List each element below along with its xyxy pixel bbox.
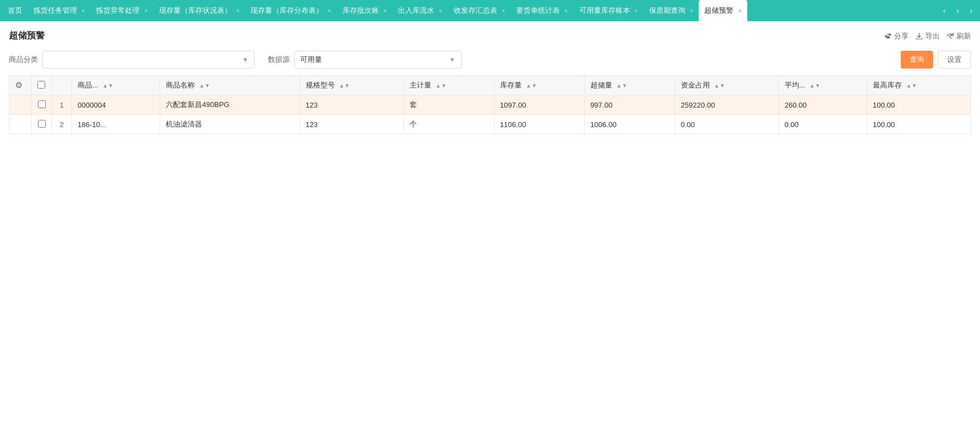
nav-tab-6[interactable]: 出入库流水× [392,0,448,21]
datasource-dropdown-arrow: ▼ [449,56,455,63]
datasource-select-value: 可用量 [300,55,322,65]
header-row: ⚙ 商品... ▲▼ 商品名称 ▲▼ 规格型号 ▲▼ [9,76,971,95]
nav-tab-label-1: 拣货任务管理 [33,6,77,16]
nav-tab-10[interactable]: 保质期查询× [643,0,699,21]
th-maxstock-sort[interactable]: ▲▼ [906,83,917,89]
row-stock-1: 1106.00 [494,115,584,134]
nav-menu-arrow[interactable]: › [964,0,978,21]
row-num-1: 2 [52,115,72,134]
table-row: 10000004六配套新昌490BPG123套1097.00997.002592… [9,95,971,115]
datasource-filter-item: 数据源 可用量 ▼ [268,51,462,69]
export-button[interactable]: 导出 [915,31,940,41]
th-overstock-label: 超储量 [590,81,612,89]
th-capital-sort[interactable]: ▲▼ [714,83,725,89]
share-button[interactable]: 分享 [884,31,909,41]
nav-tab-2[interactable]: 拣货异常处理× [90,0,153,21]
th-name-label: 商品名称 [166,81,195,89]
th-overstock: 超储量 ▲▼ [584,76,675,95]
th-code-sort[interactable]: ▲▼ [102,83,113,89]
category-label: 商品分类 [9,55,38,65]
datasource-select[interactable]: 可用量 ▼ [294,51,462,69]
table-body: 10000004六配套新昌490BPG123套1097.00997.002592… [9,95,971,134]
nav-tab-close-6[interactable]: × [439,7,442,14]
top-nav: 首页拣货任务管理×拣货异常处理×现存量（库存状况表）×现存量（库存分布表）×库存… [0,0,980,21]
row-maxstock-0: 100.00 [867,95,971,115]
th-stock-sort[interactable]: ▲▼ [526,83,537,89]
th-checkbox [32,76,52,95]
th-name-sort[interactable]: ▲▼ [199,83,210,89]
nav-tab-close-10[interactable]: × [690,7,693,14]
th-overstock-sort[interactable]: ▲▼ [616,83,627,89]
row-unit-1: 个 [403,115,494,134]
table-row: 2186-10...机油滤清器123个1106.001006.000.000.0… [9,115,971,134]
nav-tab-close-5[interactable]: × [383,7,387,14]
row-stock-0: 1097.00 [494,95,584,115]
nav-tab-close-9[interactable]: × [635,7,638,14]
th-avg-sort[interactable]: ▲▼ [809,83,820,89]
page-title: 超储预警 [9,30,45,42]
refresh-button[interactable]: 刷新 [947,31,971,41]
nav-tab-0[interactable]: 首页 [2,0,28,21]
row-overstock-1: 1006.00 [584,115,675,134]
th-capital-label: 资金占用 [681,81,710,89]
nav-tab-3[interactable]: 现存量（库存状况表）× [153,0,245,21]
th-spec: 规格型号 ▲▼ [300,76,403,95]
nav-tab-label-8: 要货单统计表 [516,6,560,16]
nav-tab-label-6: 出入库流水 [398,6,434,16]
nav-tab-label-11: 超储预警 [704,6,733,16]
row-checkbox-1[interactable] [38,120,46,128]
header-actions: 分享 导出 刷新 [884,31,971,41]
th-spec-sort[interactable]: ▲▼ [339,83,350,89]
th-num [52,76,72,95]
nav-tab-4[interactable]: 现存量（库存分布表）× [245,0,337,21]
nav-tab-5[interactable]: 库存批次账× [337,0,392,21]
row-checkbox-0[interactable] [38,100,46,108]
row-spec-1: 123 [300,115,403,134]
nav-tab-close-4[interactable]: × [328,7,331,14]
select-all-checkbox[interactable] [37,81,45,89]
row-overstock-0: 997.00 [584,95,675,115]
nav-next-arrow[interactable]: › [951,0,964,21]
nav-tab-11[interactable]: 超储预警× [699,0,747,21]
settings-button[interactable]: 设置 [938,51,971,69]
nav-tab-close-2[interactable]: × [144,7,147,14]
row-maxstock-1: 100.00 [867,115,971,134]
nav-tab-9[interactable]: 可用量库存账本× [574,0,643,21]
category-select[interactable]: ▼ [42,51,254,69]
nav-tab-close-3[interactable]: × [236,7,239,14]
nav-tab-close-8[interactable]: × [564,7,568,14]
row-name-1: 机油滤清器 [160,115,300,134]
row-gear-cell-1 [9,115,32,134]
th-spec-label: 规格型号 [306,81,335,89]
row-capital-1: 0.00 [675,115,779,134]
nav-tab-close-7[interactable]: × [502,7,505,14]
table-header: ⚙ 商品... ▲▼ 商品名称 ▲▼ 规格型号 ▲▼ [9,76,971,95]
nav-tab-close-1[interactable]: × [81,7,85,14]
query-button[interactable]: 查询 [901,51,933,69]
filter-section: 商品分类 ▼ 数据源 可用量 ▼ [9,51,901,69]
th-unit-label: 主计量 [410,81,431,89]
nav-tab-close-11[interactable]: × [738,7,741,14]
data-table: ⚙ 商品... ▲▼ 商品名称 ▲▼ 规格型号 ▲▼ [9,75,971,134]
nav-tab-label-5: 库存批次账 [343,6,379,16]
filter-action-row: 商品分类 ▼ 数据源 可用量 ▼ 查询 设置 [9,51,971,69]
th-stock-label: 库存量 [500,81,522,89]
action-section: 查询 设置 [901,51,971,69]
nav-tab-7[interactable]: 收发存汇总表× [448,0,511,21]
th-code: 商品... ▲▼ [72,76,160,95]
refresh-icon [947,32,954,40]
th-name: 商品名称 ▲▼ [160,76,300,95]
row-name-0: 六配套新昌490BPG [160,95,300,115]
nav-tab-1[interactable]: 拣货任务管理× [28,0,90,21]
nav-tab-label-3: 现存量（库存状况表） [159,6,232,16]
th-unit-sort[interactable]: ▲▼ [435,83,446,89]
category-dropdown-arrow: ▼ [242,56,248,63]
th-avg: 平均... ▲▼ [779,76,867,95]
th-avg-label: 平均... [785,81,805,89]
row-unit-0: 套 [403,95,494,115]
nav-prev-arrow[interactable]: ‹ [938,0,951,21]
th-settings: ⚙ [9,76,32,95]
nav-tab-8[interactable]: 要货单统计表× [511,0,573,21]
gear-icon[interactable]: ⚙ [15,80,22,90]
row-checkbox-cell-1 [32,115,52,134]
